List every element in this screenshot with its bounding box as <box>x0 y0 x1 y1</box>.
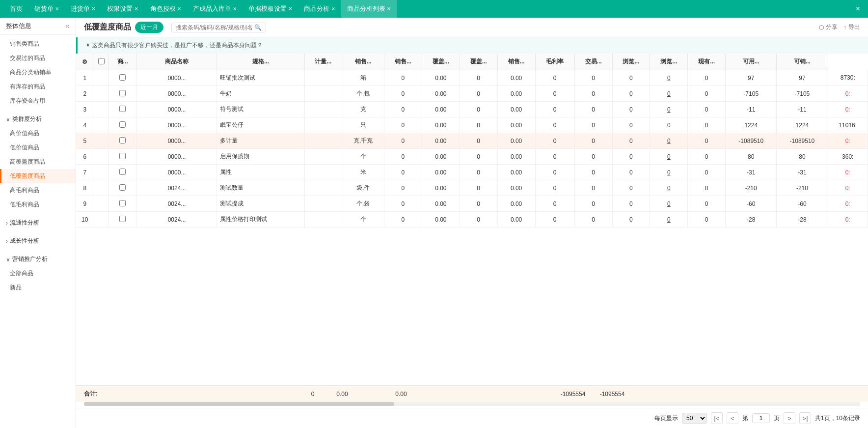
row-browse1[interactable]: 0 <box>650 165 688 180</box>
nav-role[interactable]: 角色授权 × <box>144 0 187 18</box>
sidebar-item-capital[interactable]: 库存资金占用 <box>0 94 76 108</box>
export-action[interactable]: ↑ 导出 <box>843 23 860 31</box>
sidebar-item-low-profit[interactable]: 低毛利商品 <box>0 198 76 212</box>
col-sales3[interactable]: 销售... <box>497 54 535 70</box>
col-sales2[interactable]: 销售... <box>384 54 422 70</box>
row-stock2: 1224 <box>777 117 828 133</box>
sidebar-section-cluster-title[interactable]: ∨ 类群度分析 <box>0 112 76 126</box>
row-stock3: 0: <box>828 212 868 228</box>
sidebar-item-category-rate[interactable]: 商品分类动销率 <box>0 65 76 80</box>
page-input[interactable] <box>752 413 770 423</box>
row-checkbox[interactable] <box>108 149 136 165</box>
row-browse1[interactable]: 0 <box>650 133 688 149</box>
nav-analysis[interactable]: 商品分析 × <box>298 0 341 18</box>
sidebar-item-high-value[interactable]: 高价值商品 <box>0 126 76 141</box>
sidebar-item-high-coverage[interactable]: 高覆盖度商品 <box>0 155 76 169</box>
nav-sales[interactable]: 销货单 × <box>28 0 65 18</box>
share-action[interactable]: ⬡ 分享 <box>819 23 838 31</box>
horizontal-scrollbar[interactable] <box>84 402 860 406</box>
col-settings[interactable]: ⚙ <box>76 54 94 70</box>
row-sales1: 0 <box>384 133 422 149</box>
row-sales1: 0 <box>384 180 422 196</box>
row-checkbox[interactable] <box>108 86 136 102</box>
scrollbar-thumb[interactable] <box>84 402 394 406</box>
sidebar-item-low-value[interactable]: 低价值商品 <box>0 141 76 155</box>
row-browse1[interactable]: 0 <box>650 102 688 117</box>
nav-purchase[interactable]: 进货单 × <box>65 0 101 18</box>
row-browse1[interactable]: 0 <box>650 117 688 133</box>
col-cover1[interactable]: 覆盖... <box>422 54 460 70</box>
nav-permission[interactable]: 权限设置 × <box>101 0 144 18</box>
row-checkbox[interactable] <box>108 133 136 149</box>
filter-btn-month[interactable]: 近一月 <box>135 22 163 33</box>
row-settings <box>94 86 108 102</box>
row-browse1[interactable]: 0 <box>650 149 688 165</box>
row-checkbox[interactable] <box>108 165 136 180</box>
col-stock1[interactable]: 现有... <box>688 54 726 70</box>
row-spec <box>304 165 342 180</box>
col-browse2[interactable]: 浏览... <box>650 54 688 70</box>
row-gross: 0 <box>574 117 612 133</box>
sidebar-section-growth-title[interactable]: › 成长性分析 <box>0 234 76 248</box>
row-sales2: 0.00 <box>422 117 460 133</box>
prev-page-btn[interactable]: < <box>727 412 738 424</box>
col-trade[interactable]: 交易... <box>574 54 612 70</box>
nav-analysis-list[interactable]: 商品分析列表 × <box>341 0 397 18</box>
row-spec <box>304 149 342 165</box>
per-page-select[interactable]: 50 100 200 <box>682 413 707 424</box>
sidebar-item-stock-products[interactable]: 有库存的商品 <box>0 80 76 94</box>
col-browse1[interactable]: 浏览... <box>612 54 650 70</box>
row-cover2: 0.00 <box>497 117 535 133</box>
row-checkbox[interactable] <box>108 70 136 86</box>
search-input[interactable] <box>176 24 254 31</box>
row-unit: 米 <box>342 165 384 180</box>
col-name[interactable]: 商品名称 <box>136 54 217 70</box>
nav-template[interactable]: 单据模板设置 × <box>243 0 298 18</box>
search-icon[interactable]: 🔍 <box>254 24 262 31</box>
sidebar-item-new-products[interactable]: 新品 <box>0 281 76 295</box>
row-browse1[interactable]: 0 <box>650 180 688 196</box>
col-sales1[interactable]: 销售... <box>342 54 384 70</box>
select-all-checkbox[interactable] <box>98 58 105 64</box>
row-code: 0024... <box>136 212 217 228</box>
row-spec <box>304 133 342 149</box>
sidebar-section-marketing-title[interactable]: ∨ 营销推广分析 <box>0 252 76 266</box>
sidebar-item-sales-products[interactable]: 销售类商品 <box>0 37 76 51</box>
row-code: 0000... <box>136 133 217 149</box>
col-code[interactable]: 商... <box>108 54 136 70</box>
nav-product-in[interactable]: 产成品入库单 × <box>187 0 243 18</box>
row-sales2: 0.00 <box>422 86 460 102</box>
sidebar-collapse-btn[interactable]: « <box>65 22 70 30</box>
sidebar-item-all-products[interactable]: 全部商品 <box>0 266 76 281</box>
col-unit[interactable]: 计量... <box>304 54 342 70</box>
sidebar-item-high-profit[interactable]: 高毛利商品 <box>0 183 76 198</box>
col-spec[interactable]: 规格... <box>217 54 304 70</box>
row-code: 0000... <box>136 70 217 86</box>
row-browse1[interactable]: 0 <box>650 212 688 228</box>
col-stock3[interactable]: 可销... <box>777 54 828 70</box>
row-checkbox[interactable] <box>108 212 136 228</box>
last-page-btn[interactable]: >| <box>799 412 811 424</box>
row-checkbox[interactable] <box>108 180 136 196</box>
col-gross[interactable]: 毛利率 <box>535 54 574 70</box>
close-all-tabs[interactable]: × <box>852 4 864 13</box>
row-browse1[interactable]: 0 <box>650 196 688 212</box>
table-footer: 合计: 0 0.00 0.00 -1095554 -1095554 <box>76 385 868 402</box>
sidebar-section-flow-title[interactable]: › 流通性分析 <box>0 216 76 230</box>
nav-home[interactable]: 首页 <box>4 0 28 18</box>
row-trade: 0 <box>612 86 650 102</box>
row-checkbox[interactable] <box>108 117 136 133</box>
first-page-btn[interactable]: |< <box>711 412 723 424</box>
sidebar-item-low-coverage[interactable]: 低覆盖度商品 <box>0 169 76 183</box>
table-row: 90024...测试提成个,袋00.0000.0000000-60-600: <box>76 196 868 212</box>
sidebar-item-traded-products[interactable]: 交易过的商品 <box>0 51 76 65</box>
col-stock2[interactable]: 可用... <box>726 54 777 70</box>
row-browse1[interactable]: 0 <box>650 86 688 102</box>
row-number: 1 <box>76 70 94 86</box>
row-browse1[interactable]: 0 <box>650 70 688 86</box>
col-cover2[interactable]: 覆盖... <box>460 54 497 70</box>
row-checkbox[interactable] <box>108 196 136 212</box>
row-settings <box>94 117 108 133</box>
row-checkbox[interactable] <box>108 102 136 117</box>
next-page-btn[interactable]: > <box>784 412 795 424</box>
